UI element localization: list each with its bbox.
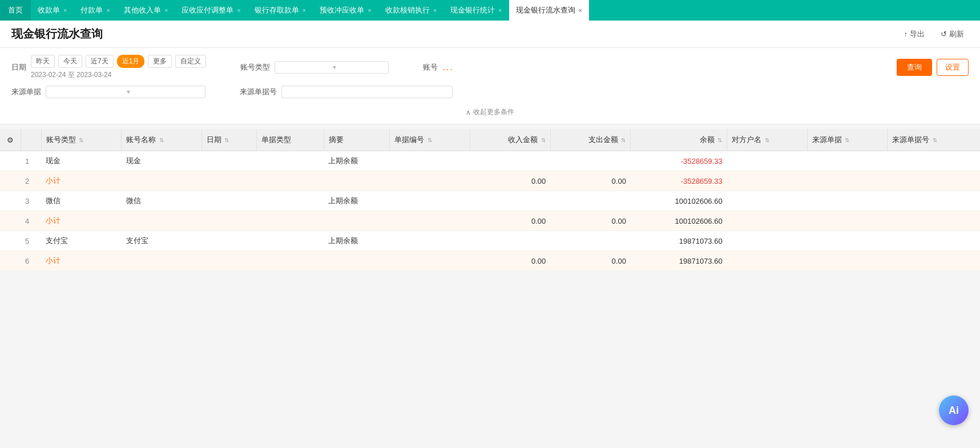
- td-expense: [550, 191, 631, 211]
- filter-row-1: 日期 昨天 今天 近7天 近1月 更多 自定义 2023-02-24 至 202…: [11, 55, 969, 80]
- sort-icon: ⇅: [765, 137, 769, 143]
- td-counter-party: [727, 171, 808, 191]
- table-row: 1 现金 现金 上期余额 -3528659.33: [0, 151, 980, 171]
- td-balance: -3528659.33: [631, 151, 727, 171]
- td-settings: [0, 251, 21, 271]
- td-source-doc: [807, 231, 888, 251]
- source-doc-no-input[interactable]: [281, 86, 453, 98]
- td-account-type: 支付宝: [41, 231, 122, 251]
- th-income[interactable]: 收入金额 ⇅: [470, 129, 551, 151]
- th-source-doc-no[interactable]: 来源单据号 ⇅: [888, 129, 980, 151]
- settings-icon: ⚙: [7, 136, 14, 144]
- th-expense[interactable]: 支出金额 ⇅: [550, 129, 631, 151]
- source-doc-select[interactable]: ▾: [46, 86, 205, 98]
- page-header: 现金银行流水查询 ↑ 导出 ↺ 刷新: [0, 21, 980, 48]
- th-account-name[interactable]: 账号名称 ⇅: [122, 129, 202, 151]
- sort-icon: ⇅: [159, 137, 164, 143]
- nav-home-label: 首页: [8, 5, 23, 15]
- td-settings: [0, 231, 21, 251]
- td-source-doc-no: [888, 191, 980, 211]
- table-body: 1 现金 现金 上期余额 -3528659.33 2 小计 0.00 0.00 …: [0, 151, 980, 271]
- nav-close-icon[interactable]: ×: [433, 7, 437, 14]
- header-actions: ↑ 导出 ↺ 刷新: [900, 27, 969, 42]
- date-btn-1month[interactable]: 近1月: [117, 55, 145, 68]
- td-doc-type: [257, 251, 324, 271]
- nav-close-icon[interactable]: ×: [368, 7, 371, 14]
- nav-close-icon[interactable]: ×: [579, 7, 582, 14]
- td-balance: 19871073.60: [631, 231, 727, 251]
- sort-icon: ⇅: [717, 137, 722, 143]
- th-summary: 摘要: [324, 129, 390, 151]
- nav-close-icon[interactable]: ×: [498, 7, 502, 14]
- td-summary: [324, 211, 390, 231]
- account-filter: 账号 ...: [423, 62, 453, 72]
- date-btn-more[interactable]: 更多: [148, 55, 172, 68]
- nav-close-icon[interactable]: ×: [106, 7, 110, 14]
- nav-close-icon[interactable]: ×: [303, 7, 306, 14]
- td-account-name: 支付宝: [122, 231, 202, 251]
- nav-item-银行存取款单[interactable]: 银行存取款单 ×: [248, 0, 313, 21]
- nav-close-icon[interactable]: ×: [237, 7, 240, 14]
- td-num: 3: [21, 191, 41, 211]
- td-expense: 0.00: [550, 251, 631, 271]
- table-container: ⚙ 账号类型 ⇅ 账号名称 ⇅ 日期 ⇅ 单据类型 摘要 单据编号 ⇅ 收入金额…: [0, 129, 980, 271]
- date-btn-today[interactable]: 今天: [58, 55, 82, 68]
- table-header-row: ⚙ 账号类型 ⇅ 账号名称 ⇅ 日期 ⇅ 单据类型 摘要 单据编号 ⇅ 收入金额…: [0, 129, 980, 151]
- table-row: 3 微信 微信 上期余额 100102606.60: [0, 191, 980, 211]
- nav-home[interactable]: 首页: [0, 0, 31, 21]
- nav-item-其他收入单[interactable]: 其他收入单 ×: [117, 0, 175, 21]
- query-button[interactable]: 查询: [897, 59, 932, 76]
- td-counter-party: [727, 231, 808, 251]
- nav-label: 应收应付调整单: [182, 5, 233, 15]
- refresh-icon: ↺: [941, 30, 947, 38]
- th-account-type[interactable]: 账号类型 ⇅: [41, 129, 122, 151]
- td-date: [201, 151, 256, 171]
- nav-close-icon[interactable]: ×: [164, 7, 168, 14]
- nav-item-收款核销执行[interactable]: 收款核销执行 ×: [378, 0, 443, 21]
- nav-item-付款单[interactable]: 付款单 ×: [74, 0, 116, 21]
- account-dots-button[interactable]: ...: [442, 62, 453, 72]
- th-date[interactable]: 日期 ⇅: [201, 129, 256, 151]
- nav-label: 银行存取款单: [255, 5, 299, 15]
- td-source-doc: [807, 211, 888, 231]
- date-btn-custom[interactable]: 自定义: [175, 55, 206, 68]
- source-doc-no-filter: 来源单据号: [240, 86, 453, 98]
- th-counter-party[interactable]: 对方户名 ⇅: [727, 129, 808, 151]
- td-account-name: [122, 211, 202, 231]
- td-doc-type: [257, 191, 324, 211]
- th-settings[interactable]: ⚙: [0, 129, 21, 151]
- td-account-name: [122, 171, 202, 191]
- source-doc-label: 来源单据: [11, 87, 41, 97]
- nav-label: 收款核销执行: [385, 5, 430, 15]
- th-balance[interactable]: 余额 ⇅: [631, 129, 727, 151]
- td-doc-no: [390, 191, 470, 211]
- nav-item-现金银行统计[interactable]: 现金银行统计 ×: [443, 0, 509, 21]
- nav-item-现金银行流水查询[interactable]: 现金银行流水查询 ×: [509, 0, 589, 21]
- account-type-select[interactable]: ▾: [275, 61, 389, 74]
- sort-icon: ⇅: [541, 137, 546, 143]
- sort-icon: ⇅: [224, 137, 229, 143]
- refresh-button[interactable]: ↺ 刷新: [936, 27, 969, 42]
- td-source-doc-no: [888, 211, 980, 231]
- nav-item-应收应付调整单[interactable]: 应收应付调整单 ×: [175, 0, 247, 21]
- date-btn-yesterday[interactable]: 昨天: [31, 55, 55, 68]
- td-counter-party: [727, 191, 808, 211]
- nav-item-预收冲应收单[interactable]: 预收冲应收单 ×: [313, 0, 378, 21]
- export-button[interactable]: ↑ 导出: [900, 27, 930, 42]
- nav-close-icon[interactable]: ×: [63, 7, 67, 14]
- sort-icon: ⇅: [933, 137, 937, 143]
- td-doc-type: [257, 151, 324, 171]
- settings-button[interactable]: 设置: [937, 59, 969, 76]
- td-expense: [550, 231, 631, 251]
- th-doc-no[interactable]: 单据编号 ⇅: [390, 129, 470, 151]
- td-source-doc: [807, 151, 888, 171]
- nav-item-收款单[interactable]: 收款单 ×: [31, 0, 74, 21]
- export-label: 导出: [910, 29, 925, 39]
- collapse-icon: ∧: [466, 108, 471, 116]
- td-num: 2: [21, 171, 41, 191]
- th-source-doc[interactable]: 来源单据 ⇅: [807, 129, 888, 151]
- td-doc-no: [390, 231, 470, 251]
- date-btn-7days[interactable]: 近7天: [86, 55, 114, 68]
- collapse-bar[interactable]: ∧ 收起更多条件: [11, 104, 969, 119]
- td-summary: 上期余额: [324, 151, 390, 171]
